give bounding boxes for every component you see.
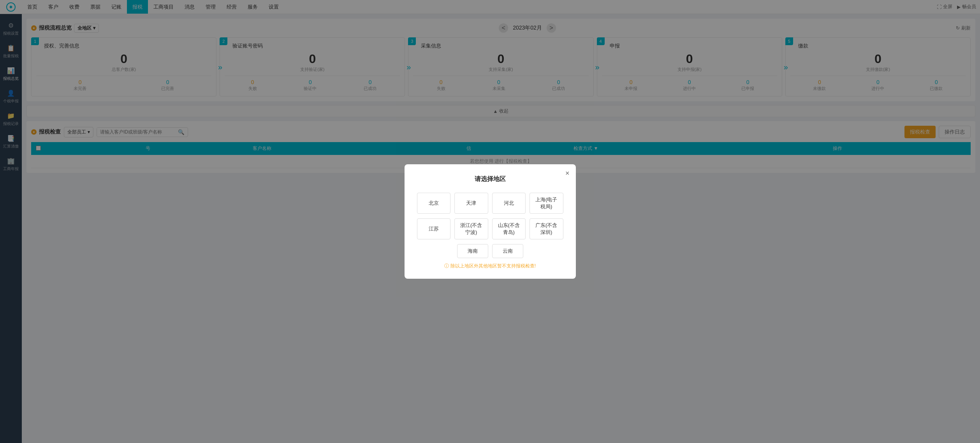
modal-warning: ⓘ 除以上地区外其他地区暂不支持报税检查! [417,263,563,269]
region-btn-yunnan[interactable]: 云南 [492,244,523,258]
region-select-modal: × 请选择地区 北京 天津 河北 上海(电子税局) 江苏 浙江(不含宁波) 山东… [405,164,576,279]
region-btn-guangdong[interactable]: 广东(不含深圳) [530,218,563,239]
region-btn-beijing[interactable]: 北京 [417,193,451,214]
region-btn-shanghai[interactable]: 上海(电子税局) [530,193,563,214]
region-btn-hainan[interactable]: 海南 [457,244,488,258]
region-btn-hebei[interactable]: 河北 [492,193,526,214]
region-grid-row3: 海南 云南 [417,244,563,258]
region-btn-zhejiang[interactable]: 浙江(不含宁波) [454,218,488,239]
warning-icon: ⓘ [444,263,449,269]
region-btn-jiangsu[interactable]: 江苏 [417,218,451,239]
region-grid-row1: 北京 天津 河北 上海(电子税局) [417,193,563,214]
region-btn-shandong[interactable]: 山东(不含青岛) [492,218,526,239]
region-grid-row2: 江苏 浙江(不含宁波) 山东(不含青岛) 广东(不含深圳) [417,218,563,239]
region-btn-tianjin[interactable]: 天津 [454,193,488,214]
modal-overlay[interactable]: × 请选择地区 北京 天津 河北 上海(电子税局) 江苏 浙江(不含宁波) 山东… [0,0,980,443]
modal-title: 请选择地区 [417,175,563,183]
modal-close-button[interactable]: × [565,170,570,177]
